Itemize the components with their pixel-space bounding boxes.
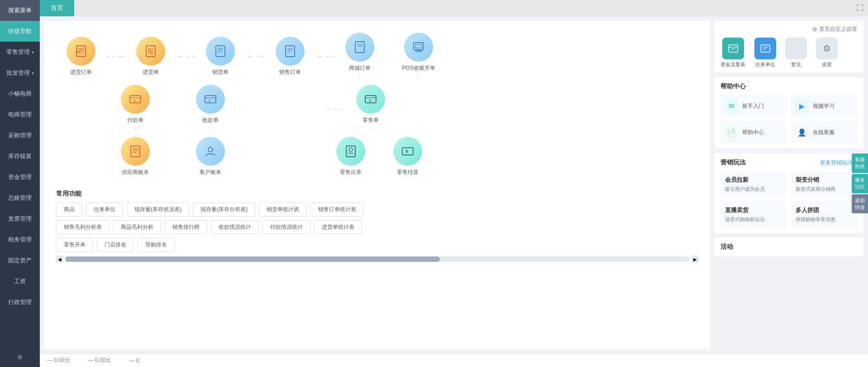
help-item-beginner[interactable]: ✉ 新手入门 [720,95,787,117]
svg-text:¥: ¥ [133,99,136,103]
help-item-service[interactable]: 👤 在线客服 [791,121,857,143]
bottom-stat-1: --- 0.00元 [47,357,70,364]
flow-node-supplier-book[interactable]: 供应商账本 [110,137,160,176]
customize-btn[interactable]: ⚙ 首页自定义设置 [812,25,857,33]
svg-rect-8 [216,46,225,57]
search-menu-btn[interactable]: 搜索菜单 [0,0,40,21]
sidebar-item-wholesale[interactable]: 批发管理 ▾ [0,63,40,83]
settings-btn[interactable]: ⚙ [0,348,40,367]
sidebar-item-retail[interactable]: 零售管理 ▾ [0,42,40,63]
btn-goods[interactable]: 商品 [56,203,82,217]
sidebar-item-purchase[interactable]: 采购管理 [0,125,40,146]
flow-node-retail-out[interactable]: 零售出库 [326,137,376,176]
float-btn-service[interactable]: 客服 热线 [852,154,868,173]
flow-node-purchase[interactable]: 进货单 [126,37,176,76]
btn-contacts[interactable]: 往来单位 [86,203,123,217]
flow-node-sales[interactable]: 销货单 [196,37,245,76]
flow-node-purchase-order[interactable]: 进货订单 [56,37,106,76]
marketing-item-live[interactable]: 直播卖货 场景式购物新玩法 [720,202,787,227]
scroll-right-btn[interactable]: ▶ [692,256,699,263]
quick-icon-empty[interactable]: 暂无 [785,38,807,68]
btn-receipt-stat[interactable]: 收款情况统计 [211,220,259,234]
help-item-help[interactable]: 📄 帮助中心 [720,121,787,143]
quick-nav-btn[interactable]: 快捷导航 [0,21,40,42]
quick-icon-contacts[interactable]: 往来单位 [754,38,776,68]
flow-node-retail-settle[interactable]: ¥ 零售结算 [383,137,433,176]
bottom-stat-2: --- 0.00元 [88,357,111,364]
settings-icon: ⚙ [816,38,838,59]
beginner-label: 新手入门 [742,102,764,110]
flow-col-retail: ¥ 零售单 ↓ [346,85,396,132]
arrow-left-2: ← - - [246,52,264,61]
flow-col-pos: POS收银开单 ↓ [394,33,444,80]
fullscreen-btn[interactable]: ⛶ [852,0,868,16]
purchase-order-icon [67,37,95,66]
svg-rect-42 [729,45,738,52]
scrollbar-track[interactable] [65,256,690,262]
help-item-video[interactable]: ▶ 视频学习 [791,95,857,117]
btn-sales-stat[interactable]: 销货单统计表 [259,203,307,217]
btn-stock-dist[interactable]: 现存量(库存分布表) [193,203,255,217]
quick-icons-row: 资金流量表 往来单位 暂 [720,38,857,68]
btn-sales-margin[interactable]: 销售毛利分析表 [56,220,110,234]
btn-goods-margin[interactable]: 商品毛利分析 [113,220,161,234]
sidebar-item-ecom[interactable]: 电商管理 [0,104,40,125]
svg-rect-22 [415,44,422,48]
sidebar-item-invoice[interactable]: 发票管理 [0,208,40,229]
btn-payment-stat[interactable]: 付款情况统计 [262,220,310,234]
member-desc: 吸引用户成为会员 [725,186,782,193]
sidebar-item-tax[interactable]: 税务管理 [0,229,40,250]
sidebar-item-ledger[interactable]: 总账管理 [0,188,40,208]
svg-rect-20 [415,51,422,52]
marketing-item-group[interactable]: 多人拼团 拼团购物享受优惠 [791,202,857,227]
flow-row-3: 供应商账本 客户账本 [56,137,699,176]
retail-settle-label: 零售结算 [397,169,419,176]
btn-sales-rank[interactable]: 销售排行榜 [165,220,207,234]
chevron-down-icon: ▾ [32,71,34,76]
arrow-down-retail: ↓ [369,125,372,131]
flow-node-payment[interactable]: ¥ 付款单 [110,85,160,124]
quick-icon-cashflow[interactable]: 资金流量表 [720,38,745,68]
supplier-book-icon [121,137,150,166]
help-panel: 帮助中心 ✉ 新手入门 ▶ 视频学习 📄 帮助中心 👤 [714,77,863,149]
member-title: 会员拉新 [725,176,782,184]
flow-col-payment: ¥ 付款单 ↓ [110,85,160,132]
flow-node-pos[interactable]: POS收银开单 [394,33,444,72]
tab-home[interactable]: 首页 [40,0,74,16]
btn-purchase-stat[interactable]: 进货单统计表 [314,220,362,234]
marketing-item-member[interactable]: 会员拉新 吸引用户成为会员 [720,171,787,197]
sidebar-item-assets[interactable]: 固定资产 [0,250,40,271]
sidebar-item-finance[interactable]: 资金管理 [0,167,40,188]
scroll-left-btn[interactable]: ◀ [56,256,63,263]
payment-icon: ¥ [121,85,150,114]
marketing-item-fission[interactable]: 裂变分销 裂变式发展分销商 [791,171,857,197]
flow-node-receipt[interactable]: ¥ 收款单 [186,85,235,124]
sidebar: 搜索菜单 快捷导航 零售管理 ▾ 批发管理 ▾ 小畅电商 电商管理 采购管理 库… [0,0,40,367]
sidebar-item-admin[interactable]: 行政管理 [0,292,40,313]
quick-icon-settings[interactable]: ⚙ 设置 [816,38,838,68]
cashflow-icon [722,38,744,59]
fission-title: 裂变分销 [796,176,853,184]
sidebar-item-inventory[interactable]: 库存核算 [0,146,40,167]
help-label: 帮助中心 [742,129,764,136]
btn-store-rank[interactable]: 门店排名 [97,238,134,252]
flow-node-retail[interactable]: ¥ 零售单 [346,85,396,124]
flow-col-mall: 商城订单 ↓ [335,33,385,80]
bottom-stat-3: --- 0 [129,357,139,364]
arrow-right-1: - - → [107,52,125,61]
flow-node-customer-book[interactable]: 客户账本 [186,137,235,176]
sidebar-item-ecom-small[interactable]: 小畅电商 [0,83,40,104]
btn-retail-order[interactable]: 零售开单 [56,238,93,252]
common-btns-row1: 商品 往来单位 现存量(库存状况表) 现存量(库存分布表) 销货单统计表 销售订… [56,203,699,217]
chevron-down-icon: ▾ [32,50,34,55]
float-btn-desktop[interactable]: 桌面 快捷 [852,194,868,213]
btn-sales-order-stat[interactable]: 销售订单统计表 [310,203,364,217]
btn-stock-status[interactable]: 现存量(库存状况表) [127,203,189,217]
sidebar-item-salary[interactable]: 工资 [0,271,40,292]
float-btn-community[interactable]: 服务 社区 [852,174,868,193]
flow-node-sales-order[interactable]: 销售订单 [265,37,315,76]
mall-label: 商城订单 [349,64,371,72]
btn-guide-rank[interactable]: 导购排名 [138,238,175,252]
flow-node-mall[interactable]: 商城订单 [335,33,385,72]
service-label: 在线客服 [813,129,835,136]
